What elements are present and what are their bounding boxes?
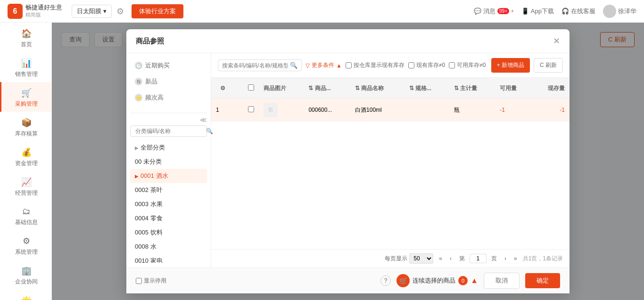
frequent-icon: ⭐: [135, 94, 142, 101]
new-icon: N: [135, 78, 142, 85]
category-item-0003[interactable]: 0003 水果: [130, 197, 207, 211]
sidebar: 🏠 首页 📊 销售管理 🛒 采购管理 📦 库存核算 💰 资金管理 📈 经营管理 …: [0, 23, 52, 300]
cart-count: 0: [458, 276, 468, 285]
category-item-0001[interactable]: ▶ 0001 酒水: [130, 169, 207, 183]
category-search-box[interactable]: 🔍: [130, 125, 207, 137]
product-thumbnail: 图: [264, 103, 278, 117]
user-item[interactable]: 徐泽华: [603, 5, 636, 18]
help-icon[interactable]: ?: [380, 275, 391, 286]
message-icon: 💬: [474, 8, 481, 15]
category-item-0010[interactable]: 0010 家电: [130, 254, 207, 263]
page-label-zuo: 第: [456, 254, 468, 264]
cat-label-0001: 0001 酒水: [140, 172, 168, 180]
collapse-up-icon[interactable]: ▲: [471, 276, 478, 285]
col-settings[interactable]: ⚙: [211, 78, 243, 99]
next-page-btn[interactable]: ›: [502, 254, 509, 263]
category-item-0005[interactable]: 0005 饮料: [130, 225, 207, 240]
category-item-all[interactable]: ▶ 全部分类: [130, 141, 207, 155]
row-code: 000600...: [304, 99, 350, 121]
sidebar-item-enterprise[interactable]: 🏢 企业协同: [0, 260, 51, 290]
category-item-0008[interactable]: 0008 水: [130, 240, 207, 254]
category-item-00[interactable]: 00 未分类: [130, 155, 207, 169]
sidebar-item-purchase[interactable]: 🛒 采购管理: [0, 82, 51, 112]
prev-page-btn[interactable]: ‹: [447, 254, 454, 263]
product-reference-modal: 商品参照 ✕ 🕐 近期购买 N 新: [126, 29, 570, 293]
col-name[interactable]: ⇅ 商品名称: [350, 78, 405, 99]
table-row[interactable]: 1 图: [211, 99, 570, 121]
sidebar-item-system[interactable]: ⚙ 系统管理: [0, 230, 51, 260]
modal-close-button[interactable]: ✕: [553, 36, 560, 46]
col-settings-icon[interactable]: ⚙: [216, 82, 229, 95]
col-unit[interactable]: ⇅ 主计量: [449, 78, 495, 99]
warehouse-stock-checkbox[interactable]: [346, 62, 352, 68]
row-stock: -1: [532, 99, 570, 121]
row-select-checkbox[interactable]: [248, 106, 254, 112]
cancel-button[interactable]: 取消: [484, 273, 520, 289]
company-selector[interactable]: 日太阳膜 ▾: [72, 5, 112, 18]
left-panel-tabs: 🕐 近期购买 N 新品 ⭐ 频次高: [126, 58, 211, 105]
tab-frequent[interactable]: ⭐ 频次高: [130, 90, 207, 105]
sidebar-item-guide[interactable]: 🌟 新手引导: [0, 290, 51, 300]
tab-recent[interactable]: 🕐 近期购买: [130, 58, 207, 73]
product-table: ⚙ 商品图片: [211, 78, 570, 121]
product-search-input[interactable]: [222, 62, 288, 69]
app-icon: 📱: [521, 8, 529, 15]
product-search-icon[interactable]: 🔍: [290, 62, 297, 69]
sidebar-label-inventory: 库存核算: [15, 130, 38, 138]
sidebar-item-home[interactable]: 🏠 首页: [0, 23, 51, 52]
usable-nonzero-checkbox[interactable]: [449, 62, 455, 68]
select-all-checkbox[interactable]: [248, 84, 254, 91]
confirm-button[interactable]: 确定: [525, 273, 560, 288]
gear-icon[interactable]: ⚙: [116, 6, 124, 17]
logo-text: 畅捷通好生意: [25, 4, 62, 11]
show-disabled-checkbox[interactable]: [136, 278, 142, 284]
basic-icon: 🗂: [22, 207, 31, 217]
category-list: ▶ 全部分类 00 未分类 ▶ 0001 酒水 0002 茶: [126, 141, 211, 263]
tab-new[interactable]: N 新品: [130, 74, 207, 89]
more-filter-btn[interactable]: ▽ 更多条件 ▲: [305, 61, 342, 69]
category-item-0002[interactable]: 0002 茶叶: [130, 183, 207, 197]
per-page-selector[interactable]: 每页显示 10 20 50 100: [385, 253, 433, 264]
sidebar-item-finance[interactable]: 💰 资金管理: [0, 142, 51, 171]
row-checkbox[interactable]: [243, 99, 259, 121]
app-label: App下载: [531, 7, 554, 16]
row-available: -1: [495, 99, 532, 121]
sidebar-label-purchase: 采购管理: [15, 100, 38, 108]
add-product-button[interactable]: + 新增商品: [491, 58, 530, 73]
right-panel: 🔍 ▽ 更多条件 ▲ 按仓库显示现有库存: [211, 53, 570, 267]
app-download-item[interactable]: 📱 App下载: [521, 7, 554, 16]
check-warehouse-stock[interactable]: 按仓库显示现有库存: [346, 61, 405, 69]
messages-label: 消息: [483, 7, 495, 16]
modal-body: 🕐 近期购买 N 新品 ⭐ 频次高: [126, 53, 570, 267]
check-available-nonzero[interactable]: 现有库存≠0: [408, 61, 445, 69]
per-page-select[interactable]: 10 20 50 100: [409, 253, 433, 264]
sidebar-item-inventory[interactable]: 📦 库存核算: [0, 112, 51, 142]
show-disabled-checkbox-item[interactable]: 显示停用: [136, 277, 166, 285]
product-search-box[interactable]: 🔍: [218, 59, 302, 71]
experience-btn[interactable]: 体验行业方案: [132, 4, 183, 18]
refresh-button[interactable]: C 刷新: [534, 58, 563, 73]
available-nonzero-label: 现有库存≠0: [416, 61, 445, 69]
last-page-btn[interactable]: »: [511, 254, 520, 263]
modal-footer: 显示停用 ? 🛒 连续选择的商品 0 ▲ 取消 确定: [126, 267, 570, 293]
messages-item[interactable]: 💬 消息 99+ +: [474, 7, 514, 16]
available-nonzero-checkbox[interactable]: [408, 62, 414, 68]
sidebar-label-basic: 基础信息: [15, 218, 38, 226]
row-name: 白酒100ml: [350, 99, 405, 121]
sidebar-item-sales[interactable]: 📊 销售管理: [0, 52, 51, 82]
collapse-icon[interactable]: ≪: [200, 116, 207, 124]
col-spec[interactable]: ⇅ 规格...: [405, 78, 449, 99]
page-number-input[interactable]: [470, 254, 487, 263]
service-item[interactable]: 🎧 在线客服: [561, 7, 595, 16]
sidebar-item-operations[interactable]: 📈 经营管理: [0, 171, 51, 201]
col-select-all[interactable]: [243, 78, 259, 99]
check-usable-nonzero[interactable]: 可用库存≠0: [449, 61, 486, 69]
sales-icon: 📊: [21, 58, 32, 68]
sidebar-item-basic[interactable]: 🗂 基础信息: [0, 201, 51, 230]
first-page-btn[interactable]: «: [436, 254, 445, 263]
navbar-right: 💬 消息 99+ + 📱 App下载 🎧 在线客服 徐泽华: [474, 5, 636, 18]
category-search-input[interactable]: [135, 128, 206, 134]
category-item-0004[interactable]: 0004 零食: [130, 211, 207, 225]
col-code[interactable]: ⇅ 商品...: [304, 78, 350, 99]
sidebar-label-system: 系统管理: [15, 248, 38, 256]
